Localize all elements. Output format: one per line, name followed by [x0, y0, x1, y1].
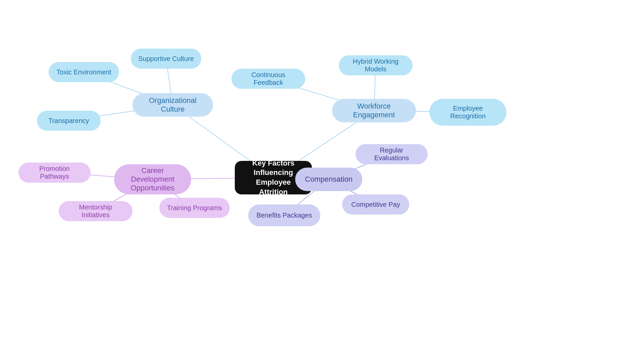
node-transparency: Transparency — [37, 111, 101, 131]
node-promotion: Promotion Pathways — [18, 163, 91, 183]
mindmap-container: Key Factors Influencing Employee Attriti… — [0, 0, 644, 363]
node-org-culture: Organizational Culture — [132, 93, 213, 117]
node-compensation: Compensation — [295, 168, 362, 191]
node-workforce: Workforce Engagement — [332, 99, 416, 122]
node-toxic: Toxic Environment — [49, 62, 119, 82]
node-competitive: Competitive Pay — [342, 194, 409, 215]
node-training: Training Programs — [159, 198, 230, 218]
node-supportive: Supportive Culture — [131, 49, 201, 69]
node-mentorship: Mentorship Initiatives — [59, 201, 132, 221]
node-feedback: Continuous Feedback — [231, 69, 305, 89]
node-evaluations: Regular Evaluations — [356, 144, 428, 164]
node-career: Career Development Opportunities — [114, 164, 191, 194]
node-benefits: Benefits Packages — [248, 204, 320, 226]
node-hybrid: Hybrid Working Models — [339, 55, 413, 75]
node-recognition: Employee Recognition — [429, 99, 506, 126]
